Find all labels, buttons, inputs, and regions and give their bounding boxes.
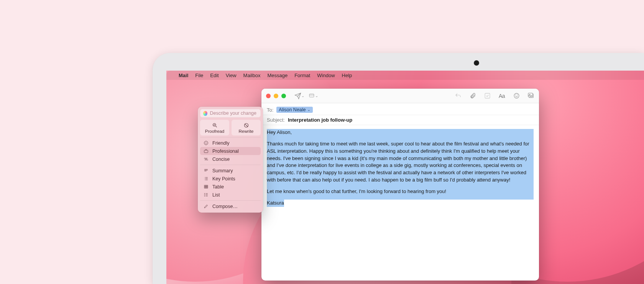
zoom-button[interactable] bbox=[281, 94, 286, 98]
transform-summary-label: Summary bbox=[212, 168, 233, 173]
menu-view[interactable]: View bbox=[226, 73, 237, 78]
tone-concise[interactable]: Concise bbox=[200, 155, 261, 163]
proofread-label: Proofread bbox=[205, 129, 225, 134]
screen: Mail File Edit View Mailbox Message Form… bbox=[166, 71, 644, 284]
apple-intelligence-icon bbox=[203, 111, 207, 116]
format-text-icon[interactable]: Aa bbox=[498, 92, 505, 99]
body-paragraph-1[interactable]: Thanks much for taking time to meet with… bbox=[267, 140, 534, 184]
tone-professional[interactable]: Professional bbox=[200, 147, 261, 155]
svg-rect-16 bbox=[204, 150, 208, 153]
transform-list[interactable]: List bbox=[200, 191, 261, 199]
list-icon bbox=[203, 192, 209, 198]
magnifier-check-icon bbox=[212, 122, 218, 128]
briefcase-icon bbox=[203, 148, 209, 154]
svg-point-15 bbox=[207, 142, 207, 143]
app-menu[interactable]: Mail bbox=[179, 73, 188, 78]
rewrite-label: Rewrite bbox=[239, 129, 254, 134]
transform-table[interactable]: Table bbox=[200, 183, 261, 191]
writing-prompt-field[interactable] bbox=[200, 109, 261, 117]
menu-format[interactable]: Format bbox=[294, 73, 310, 78]
chevron-down-icon[interactable]: ⌄ bbox=[301, 94, 304, 98]
subject-field-row[interactable]: Subject: Interpretation job follow-up bbox=[261, 115, 539, 125]
svg-rect-0 bbox=[309, 94, 314, 97]
body-signature[interactable]: Katsura bbox=[267, 200, 284, 207]
svg-point-5 bbox=[517, 95, 518, 95]
transform-summary[interactable]: Summary bbox=[200, 167, 261, 175]
menu-message[interactable]: Message bbox=[267, 73, 288, 78]
svg-point-34 bbox=[204, 193, 205, 194]
subject-label: Subject: bbox=[267, 117, 285, 123]
send-icon[interactable] bbox=[294, 92, 301, 99]
menu-edit[interactable]: Edit bbox=[210, 73, 219, 78]
subject-value[interactable]: Interpretation job follow-up bbox=[288, 117, 352, 123]
transform-list-label: List bbox=[212, 192, 220, 198]
menubar: Mail File Edit View Mailbox Message Form… bbox=[166, 71, 644, 80]
reply-icon[interactable] bbox=[455, 92, 462, 99]
to-label: To: bbox=[267, 107, 273, 113]
photos-icon[interactable] bbox=[527, 92, 534, 99]
rewrite-icon bbox=[243, 122, 249, 128]
chevron-down-icon[interactable]: ⌄ bbox=[315, 94, 318, 98]
svg-point-4 bbox=[516, 95, 516, 95]
table-icon bbox=[203, 184, 209, 190]
menu-mailbox[interactable]: Mailbox bbox=[243, 73, 261, 78]
tone-professional-label: Professional bbox=[212, 149, 239, 154]
chevron-down-icon[interactable]: ⌄ bbox=[307, 108, 310, 112]
concise-icon bbox=[203, 156, 209, 162]
proofread-button[interactable]: Proofread bbox=[200, 120, 229, 135]
writing-tools-panel: Proofread Rewrite Friendly bbox=[198, 107, 263, 213]
tone-friendly-label: Friendly bbox=[212, 140, 229, 146]
svg-line-12 bbox=[245, 124, 248, 127]
transform-table-label: Table bbox=[212, 184, 224, 190]
svg-line-10 bbox=[215, 126, 217, 127]
menu-file[interactable]: File bbox=[195, 73, 203, 78]
compose-titlebar: ⌄ ⌄ bbox=[261, 89, 539, 103]
summary-icon bbox=[203, 168, 209, 173]
window-controls bbox=[266, 94, 286, 98]
close-button[interactable] bbox=[266, 94, 271, 98]
menu-help[interactable]: Help bbox=[342, 73, 352, 78]
body-greeting[interactable]: Hey Alison, bbox=[267, 129, 534, 136]
attachment-icon[interactable] bbox=[469, 92, 476, 99]
message-body[interactable]: Hey Alison, Thanks much for taking time … bbox=[261, 125, 539, 281]
svg-rect-29 bbox=[204, 185, 208, 188]
pencil-icon bbox=[203, 203, 209, 209]
keypoints-icon bbox=[203, 176, 209, 182]
rewrite-button[interactable]: Rewrite bbox=[232, 120, 261, 135]
transform-keypoints[interactable]: Key Points bbox=[200, 175, 261, 183]
svg-point-36 bbox=[204, 196, 205, 196]
emoji-icon[interactable] bbox=[513, 92, 520, 99]
device-frame: Mail File Edit View Mailbox Message Form… bbox=[153, 53, 644, 284]
compose-menu-label: Compose… bbox=[212, 204, 238, 209]
svg-point-13 bbox=[204, 141, 208, 145]
svg-point-14 bbox=[205, 142, 206, 143]
transform-keypoints-label: Key Points bbox=[212, 176, 235, 182]
minimize-button[interactable] bbox=[274, 94, 278, 98]
insert-icon[interactable] bbox=[484, 92, 491, 99]
body-paragraph-2[interactable]: Let me know when's good to chat further,… bbox=[267, 188, 534, 195]
tone-concise-label: Concise bbox=[212, 157, 230, 162]
recipient-name: Alison Neale bbox=[279, 107, 306, 112]
svg-point-35 bbox=[204, 195, 205, 195]
header-fields: To: Alison Neale ⌄ Subject: Interpretati… bbox=[261, 103, 539, 125]
smile-icon bbox=[203, 140, 209, 146]
compose-menu-item[interactable]: Compose… bbox=[200, 202, 261, 210]
tone-friendly[interactable]: Friendly bbox=[200, 139, 261, 147]
svg-point-3 bbox=[514, 93, 519, 98]
writing-prompt-input[interactable] bbox=[210, 111, 258, 116]
compose-window: ⌄ ⌄ bbox=[261, 89, 539, 281]
svg-rect-2 bbox=[485, 93, 490, 98]
header-fields-icon[interactable] bbox=[308, 92, 315, 99]
menu-window[interactable]: Window bbox=[317, 73, 335, 78]
to-field-row[interactable]: To: Alison Neale ⌄ bbox=[261, 105, 539, 115]
camera-dot bbox=[474, 60, 479, 66]
recipient-chip[interactable]: Alison Neale ⌄ bbox=[276, 107, 312, 113]
